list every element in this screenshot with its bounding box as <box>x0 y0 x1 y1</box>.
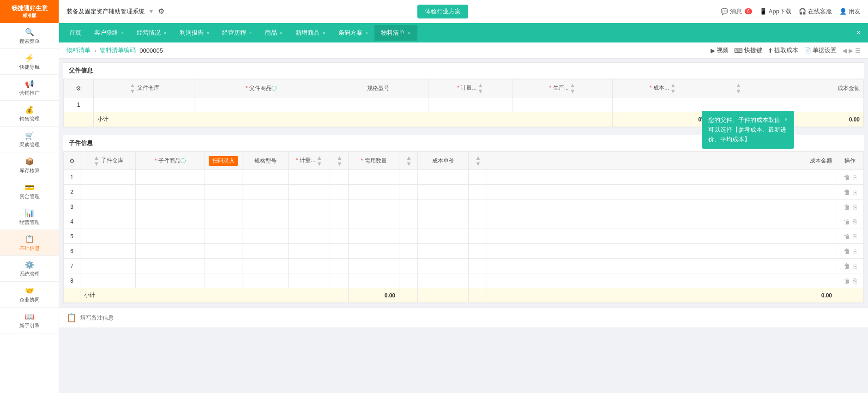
delete-icon-7[interactable]: 🗑 <box>844 262 850 270</box>
nav-tab-close-4[interactable]: × <box>249 30 252 36</box>
copy-icon-4[interactable]: ⎘ <box>853 218 856 225</box>
child-row-5-unit[interactable] <box>289 229 330 244</box>
child-row-8-warehouse[interactable] <box>80 273 136 288</box>
remark-input[interactable] <box>80 314 861 321</box>
delete-icon-5[interactable]: 🗑 <box>844 233 850 240</box>
prev-arrow[interactable]: ◀ <box>842 47 847 54</box>
child-row-8-unit[interactable] <box>289 273 330 288</box>
child-row-4-warehouse[interactable] <box>80 214 136 229</box>
menu-icon[interactable]: ☰ <box>855 47 861 54</box>
child-row-7-warehouse[interactable] <box>80 259 136 273</box>
child-th-settings[interactable]: ⚙ <box>64 152 80 170</box>
copy-icon-7[interactable]: ⎘ <box>853 262 856 270</box>
trial-button[interactable]: 体验行业方案 <box>417 5 468 18</box>
tooltip-close[interactable]: × <box>784 115 788 124</box>
child-row-6-warehouse[interactable] <box>80 244 136 259</box>
child-row-3-product[interactable] <box>136 200 205 214</box>
nav-tab-8[interactable]: 物料清单× <box>374 25 417 41</box>
child-row-1-product[interactable] <box>136 170 205 185</box>
nav-tab-close-2[interactable]: × <box>163 30 166 36</box>
child-row-2-quantity[interactable] <box>349 185 399 200</box>
setting-action[interactable]: 📄 单据设置 <box>804 46 837 54</box>
child-row-5-spec[interactable] <box>242 229 289 244</box>
view-action[interactable]: ▶ 视频 <box>711 46 729 54</box>
delete-icon-3[interactable]: 🗑 <box>844 203 850 211</box>
sidebar-item-7[interactable]: 📊经营管理 <box>0 204 59 230</box>
settings-gear-icon[interactable]: ⚙ <box>158 7 164 16</box>
next-arrow[interactable]: ▶ <box>849 47 853 54</box>
copy-icon-1[interactable]: ⎘ <box>853 174 856 181</box>
child-row-2-warehouse[interactable] <box>80 185 136 200</box>
child-row-8-unitprice[interactable] <box>418 273 469 288</box>
user-button[interactable]: 👤 用友 <box>839 7 861 16</box>
child-row-3-spec[interactable] <box>242 200 289 214</box>
parent-row-1-warehouse[interactable] <box>94 97 194 112</box>
app-download-button[interactable]: 📱 App下载 <box>760 7 791 16</box>
child-row-2-unitprice[interactable] <box>418 185 469 200</box>
child-row-2-spec[interactable] <box>242 185 289 200</box>
parent-row-1-unit[interactable] <box>428 97 512 112</box>
child-row-4-unit[interactable] <box>289 214 330 229</box>
nav-tab-close-6[interactable]: × <box>322 30 325 36</box>
sidebar-item-2[interactable]: 📢营销推广 <box>0 75 59 101</box>
message-button[interactable]: 💬 消息 6 <box>721 7 752 16</box>
child-row-7-quantity[interactable] <box>349 259 399 273</box>
sidebar-item-3[interactable]: 💰销售管理 <box>0 101 59 127</box>
child-row-8-spec[interactable] <box>242 273 289 288</box>
nav-tab-1[interactable]: 客户联络× <box>88 25 130 41</box>
sidebar-item-8[interactable]: 📋基础信息 <box>0 230 59 256</box>
sidebar-item-0[interactable]: 🔍搜索菜单 <box>0 23 59 49</box>
child-row-5-warehouse[interactable] <box>80 229 136 244</box>
delete-icon-1[interactable]: 🗑 <box>844 174 850 181</box>
delete-icon-8[interactable]: 🗑 <box>844 277 850 284</box>
child-row-7-unit[interactable] <box>289 259 330 273</box>
sidebar-item-10[interactable]: 🤝企业协同 <box>0 282 59 308</box>
nav-tab-5[interactable]: 商品× <box>259 25 289 41</box>
nav-tab-close-3[interactable]: × <box>206 30 209 36</box>
nav-tab-close-7[interactable]: × <box>365 30 368 36</box>
child-row-5-unitprice[interactable] <box>418 229 469 244</box>
delete-icon-2[interactable]: 🗑 <box>844 188 850 196</box>
child-row-5-quantity[interactable] <box>349 229 399 244</box>
breadcrumb-parent[interactable]: 物料清单 <box>66 46 90 54</box>
child-row-8-product[interactable] <box>136 273 205 288</box>
child-th-scan[interactable]: 扫码录入 <box>205 152 242 170</box>
scan-button[interactable]: 扫码录入 <box>209 156 238 166</box>
parent-row-1-product[interactable] <box>194 97 328 112</box>
nav-tab-close-8[interactable]: × <box>408 30 410 36</box>
parent-row-1-cost[interactable] <box>613 97 713 112</box>
child-row-6-unit[interactable] <box>289 244 330 259</box>
child-row-5-product[interactable] <box>136 229 205 244</box>
child-row-6-unitprice[interactable] <box>418 244 469 259</box>
online-service-button[interactable]: 🎧 在线客服 <box>799 7 832 16</box>
child-row-4-unitprice[interactable] <box>418 214 469 229</box>
nav-tab-3[interactable]: 利润报告× <box>173 25 216 41</box>
delete-icon-4[interactable]: 🗑 <box>844 218 850 225</box>
child-row-3-warehouse[interactable] <box>80 200 136 214</box>
child-row-2-product[interactable] <box>136 185 205 200</box>
child-row-7-unitprice[interactable] <box>418 259 469 273</box>
child-row-2-unit[interactable] <box>289 185 330 200</box>
child-row-1-unit[interactable] <box>289 170 330 185</box>
sidebar-item-5[interactable]: 📦库存核算 <box>0 152 59 178</box>
child-row-1-spec[interactable] <box>242 170 289 185</box>
copy-icon-3[interactable]: ⎘ <box>853 203 856 211</box>
child-row-4-quantity[interactable] <box>349 214 399 229</box>
dropdown-arrow[interactable]: ▼ <box>148 8 154 15</box>
nav-tab-7[interactable]: 条码方案× <box>332 25 374 41</box>
extract-action[interactable]: ⬆ 提取成本 <box>768 46 798 54</box>
sidebar-item-9[interactable]: ⚙️系统管理 <box>0 256 59 282</box>
global-close-btn[interactable]: × <box>853 29 864 37</box>
copy-icon-6[interactable]: ⎘ <box>853 248 856 255</box>
delete-icon-6[interactable]: 🗑 <box>844 248 850 255</box>
copy-icon-2[interactable]: ⎘ <box>853 188 856 196</box>
sidebar-item-11[interactable]: 📖新手引导 <box>0 308 59 333</box>
child-row-1-unitprice[interactable] <box>418 170 469 185</box>
child-row-3-unitprice[interactable] <box>418 200 469 214</box>
copy-icon-8[interactable]: ⎘ <box>853 277 856 284</box>
nav-tab-2[interactable]: 经营情况× <box>130 25 173 41</box>
nav-tab-4[interactable]: 经营历程× <box>216 25 258 41</box>
parent-row-1-production[interactable] <box>512 97 613 112</box>
child-row-4-product[interactable] <box>136 214 205 229</box>
sidebar-item-1[interactable]: ⚡快捷导航 <box>0 49 59 75</box>
